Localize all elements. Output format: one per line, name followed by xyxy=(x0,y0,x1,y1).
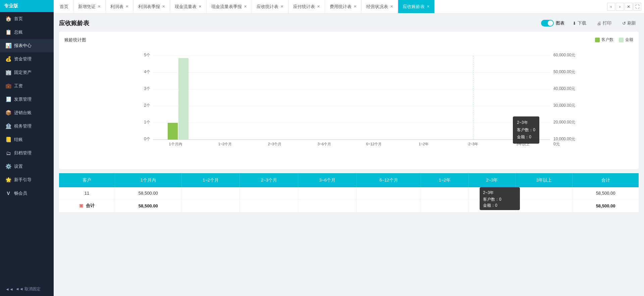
sidebar-item-label: 固定资产 xyxy=(14,69,32,76)
tab-receivable-stat[interactable]: 应收统计表 ✕ xyxy=(252,0,288,13)
th-m8: 3年以上 xyxy=(516,173,572,187)
tab-profit-season[interactable]: 利润表季报 ✕ xyxy=(133,0,170,13)
sidebar-item-report[interactable]: 📊 报表中心 xyxy=(0,39,54,52)
close-tab-expense-stat[interactable]: ✕ xyxy=(354,4,357,9)
chart-title: 账龄统计图 xyxy=(64,37,633,43)
close-tab-cashflow-season[interactable]: ✕ xyxy=(244,4,247,9)
td-total-m4 xyxy=(298,199,357,212)
close-tab-profit[interactable]: ✕ xyxy=(125,4,128,9)
guide-icon: 🌟 xyxy=(5,177,11,183)
td-total-m8 xyxy=(516,199,572,212)
close-tab-receivable-stat[interactable]: ✕ xyxy=(280,4,283,9)
svg-text:2~3年: 2~3年 xyxy=(468,142,478,146)
toggle-track[interactable] xyxy=(541,20,554,27)
tooltip-period: 2~3年 xyxy=(517,119,535,127)
close-tab-profit-season[interactable]: ✕ xyxy=(162,4,165,9)
td-customer: 11 xyxy=(59,187,115,199)
td-total-m3 xyxy=(240,199,298,212)
svg-text:0元: 0元 xyxy=(553,142,560,146)
tab-next-btn[interactable]: › xyxy=(616,3,624,11)
tab-close-btn[interactable]: ✕ xyxy=(625,3,633,11)
close-tab-aging[interactable]: ✕ xyxy=(427,4,430,9)
sidebar-item-tax[interactable]: 🏦 税务管理 xyxy=(0,119,54,133)
print-button[interactable]: 🖨 打印 xyxy=(594,19,614,28)
pin-icon: ◄◄ xyxy=(5,287,13,292)
svg-text:2~3个月: 2~3个月 xyxy=(268,142,282,146)
tab-bar: 首页 新增凭证 ✕ 利润表 ✕ 利润表季报 ✕ 现金流量表 ✕ 现金流量表季报 … xyxy=(54,0,644,13)
aging-table: 客户 1个月内 1~2个月 2~3个月 3~6个月 6~12个月 1~2年 2~… xyxy=(59,173,639,212)
svg-text:1个月内: 1个月内 xyxy=(169,142,182,146)
th-m7: 2~3年 xyxy=(468,173,516,187)
tab-voucher[interactable]: 新增凭证 ✕ xyxy=(73,0,106,13)
sidebar-item-label: 报表中心 xyxy=(14,43,32,49)
td-total-m6 xyxy=(421,199,468,212)
main-area: 首页 新增凭证 ✕ 利润表 ✕ 利润表季报 ✕ 现金流量表 ✕ 现金流量表季报 … xyxy=(54,0,644,296)
sidebar-item-invoice[interactable]: 🧾 发票管理 xyxy=(0,93,54,106)
legend-amount: 金额 xyxy=(619,37,633,43)
tab-cashflow-season[interactable]: 现金流量表季报 ✕ xyxy=(207,0,252,13)
th-total: 合计 xyxy=(573,173,639,187)
legend-customer: 客户数 xyxy=(595,37,613,43)
chart-toggle[interactable]: 图表 xyxy=(541,20,565,27)
sidebar-item-archive[interactable]: 🗂 归档管理 xyxy=(0,146,54,160)
legend-amount-color xyxy=(619,38,624,42)
sidebar-item-salary[interactable]: 💼 工资 xyxy=(0,79,54,93)
sidebar-item-settings[interactable]: ⚙️ 设置 xyxy=(0,160,54,173)
svg-text:50,000.00元: 50,000.00元 xyxy=(553,69,575,74)
toggle-pin[interactable]: ◄◄ ◄◄ 取消固定 xyxy=(0,282,54,296)
close-tab-business[interactable]: ✕ xyxy=(390,4,393,9)
th-m4: 3~6个月 xyxy=(298,173,357,187)
print-icon: 🖨 xyxy=(597,21,601,26)
tab-prev-btn[interactable]: ‹ xyxy=(607,3,615,11)
sidebar-item-settle[interactable]: 📒 结账 xyxy=(0,133,54,146)
download-button[interactable]: ⬇ 下载 xyxy=(570,19,589,28)
refresh-button[interactable]: ↺ 刷新 xyxy=(620,19,639,28)
close-tab-payable-stat[interactable]: ✕ xyxy=(317,4,320,9)
sidebar-item-ledger[interactable]: 📋 总账 xyxy=(0,26,54,39)
ledger-icon: 📋 xyxy=(5,29,11,35)
chart-card: 账龄统计图 客户数 金额 5个 4个 3个 2个 xyxy=(59,32,639,169)
sidebar-item-home[interactable]: 🏠 首页 xyxy=(0,12,54,26)
td-m1: 58,500.00 xyxy=(115,187,182,199)
sidebar-item-asset[interactable]: 🏢 固定资产 xyxy=(0,66,54,79)
svg-text:5个: 5个 xyxy=(144,53,150,57)
page-actions: 图表 ⬇ 下载 🖨 打印 ↺ 刷新 xyxy=(541,19,639,28)
sidebar-item-vip[interactable]: V 畅会员 xyxy=(0,187,54,200)
close-tab-voucher[interactable]: ✕ xyxy=(98,4,101,9)
svg-text:1~2个月: 1~2个月 xyxy=(218,142,232,146)
svg-text:3个: 3个 xyxy=(144,86,150,91)
svg-text:4个: 4个 xyxy=(144,69,150,74)
svg-text:30,000.00元: 30,000.00元 xyxy=(553,103,575,108)
sidebar-item-guide[interactable]: 🌟 新手引导 xyxy=(0,173,54,187)
tab-expand-btn[interactable]: ⛶ xyxy=(633,3,641,11)
tab-profit[interactable]: 利润表 ✕ xyxy=(106,0,133,13)
close-tab-cashflow[interactable]: ✕ xyxy=(199,4,202,9)
sidebar-item-label: 首页 xyxy=(14,16,23,22)
tab-cashflow[interactable]: 现金流量表 ✕ xyxy=(170,0,207,13)
sidebar-item-fund[interactable]: 💰 资金管理 xyxy=(0,52,54,66)
tab-payable-stat[interactable]: 应付统计表 ✕ xyxy=(288,0,325,13)
bar-chart: 5个 4个 3个 2个 1个 0个 60,000.00元 50,000.00元 … xyxy=(64,46,633,160)
tab-expense-stat[interactable]: 费用统计表 ✕ xyxy=(325,0,362,13)
td-m2 xyxy=(181,187,240,199)
tab-aging[interactable]: 应收账龄表 ✕ xyxy=(398,0,435,13)
tab-home[interactable]: 首页 xyxy=(55,0,73,13)
td-m5 xyxy=(357,187,421,199)
td-total-m1: 58,500.00 xyxy=(115,199,182,212)
td-total-sum: 58,500.00 xyxy=(573,199,639,212)
legend-customer-label: 客户数 xyxy=(601,37,613,43)
svg-text:2~3年: 2~3年 xyxy=(483,190,494,195)
tab-business[interactable]: 经营状况表 ✕ xyxy=(362,0,398,13)
td-m6 xyxy=(421,187,468,199)
sidebar-item-label: 新手引导 xyxy=(14,177,32,183)
svg-text:40,000.00元: 40,000.00元 xyxy=(553,86,575,91)
sidebar-item-sales[interactable]: 📦 进销台账 xyxy=(0,106,54,119)
report-icon: 📊 xyxy=(5,43,11,49)
svg-text:3~6个月: 3~6个月 xyxy=(318,142,331,146)
page-title: 应收账龄表 xyxy=(59,19,89,27)
td-total-m2 xyxy=(181,199,240,212)
settings-icon: ⚙️ xyxy=(5,163,11,169)
salary-icon: 💼 xyxy=(5,83,11,89)
asset-icon: 🏢 xyxy=(5,69,11,76)
fund-icon: 💰 xyxy=(5,56,11,62)
